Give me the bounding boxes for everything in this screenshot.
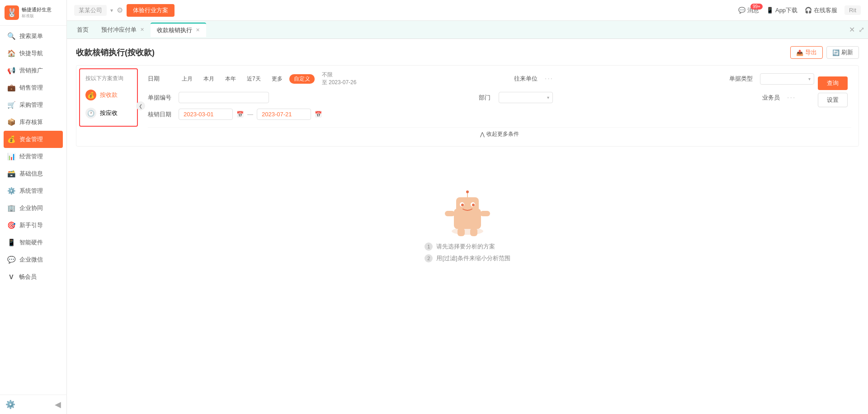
settings-icon[interactable]: ⚙ — [117, 6, 123, 14]
filter-row-1: 日期 上月 本月 本年 近7天 更多 自定义 — [148, 71, 851, 125]
business-icon: 📊 — [7, 152, 16, 161]
filter-option-by-receivable[interactable]: 🕐 按应收 — [80, 104, 137, 122]
system-icon: ⚙️ — [7, 187, 16, 195]
settings-button[interactable]: 设置 — [818, 93, 848, 107]
tab-collection[interactable]: 收款核销执行 ✕ — [151, 23, 206, 37]
tabs-actions: ✕ ⤢ — [849, 25, 864, 34]
marketing-icon: 📢 — [7, 67, 16, 75]
guide-icon: 🎯 — [7, 221, 16, 229]
headset-icon: 🎧 — [805, 7, 812, 14]
topbar: 某某公司 ▾ ⚙ 体验行业方案 💬 消息 99+ 📱 App下载 🎧 在线客服 … — [67, 0, 868, 21]
sidebar-item-inventory[interactable]: 📦 库存核算 — [0, 114, 66, 131]
tab-home[interactable]: 首页 — [71, 23, 95, 37]
filter-option-by-collection[interactable]: 💰 按收款 — [80, 86, 137, 104]
sidebar-item-marketing[interactable]: 📢 营销推广 — [0, 62, 66, 79]
date-btn-custom[interactable]: 自定义 — [289, 74, 315, 84]
sidebar-item-sales[interactable]: 💼 销售管理 — [0, 79, 66, 96]
sidebar-item-enterprise[interactable]: 🏢 企业协同 — [0, 200, 66, 217]
app-download-button[interactable]: 📱 App下载 — [766, 6, 797, 14]
online-service-button[interactable]: 🎧 在线客服 — [805, 6, 837, 14]
user-name: Rit — [844, 5, 861, 15]
logo-badge: 标准版 — [22, 13, 52, 19]
date-to-hint: 至 2023-07-26 — [322, 79, 357, 86]
logo-name: 畅捷通好生意 — [22, 6, 52, 13]
solution-button[interactable]: 体验行业方案 — [127, 4, 175, 17]
filter-sidebar-title: 按以下方案查询 — [80, 73, 137, 86]
calendar-end-icon[interactable]: 📅 — [315, 111, 322, 118]
export-button[interactable]: 📤 导出 — [790, 46, 823, 59]
sidebar-item-purchase[interactable]: 🛒 采购管理 — [0, 96, 66, 114]
sidebar-menu: 🔍 搜索菜单 🏠 快捷导航 📢 营销推广 💼 销售管理 🛒 采购管理 📦 库存核… — [0, 26, 66, 395]
filter-collapse-icon[interactable]: ❮ — [136, 101, 145, 110]
query-button[interactable]: 查询 — [818, 76, 848, 90]
voucher-type-select[interactable] — [760, 73, 814, 85]
dropdown-arrow-icon[interactable]: ▾ — [110, 7, 113, 14]
voucher-type-select-wrapper: ▾ — [760, 73, 814, 85]
date-buttons: 上月 本月 本年 近7天 更多 自定义 — [178, 73, 315, 85]
sales-icon: 💼 — [7, 84, 16, 92]
counterparty-input[interactable]: ··· — [545, 75, 572, 83]
voucher-no-input[interactable] — [179, 92, 269, 103]
sidebar: 🐰 畅捷通好生意 标准版 🔍 搜索菜单 🏠 快捷导航 📢 营销推广 💼 销售管理… — [0, 0, 67, 414]
department-select[interactable] — [499, 92, 553, 103]
writeoff-date-range: 📅 — 📅 — [179, 109, 322, 120]
empty-tips: 1 请先选择要分析的方案 2 用[过滤]条件来缩小分析范围 — [425, 243, 510, 262]
refresh-icon: 🔄 — [832, 49, 840, 56]
filter-sidebar-wrapper: 按以下方案查询 💰 按收款 🕐 按应收 ❮ — [76, 66, 141, 146]
sidebar-item-business[interactable]: 📊 经营管理 — [0, 148, 66, 165]
wechat-icon: 💬 — [7, 256, 16, 264]
calendar-start-icon[interactable]: 📅 — [236, 111, 244, 118]
writeoff-end-input[interactable] — [257, 109, 311, 120]
sidebar-item-member[interactable]: V 畅会员 — [0, 268, 66, 286]
date-btn-last-month[interactable]: 上月 — [178, 73, 197, 85]
close-tab-prepay-icon[interactable]: ✕ — [140, 27, 144, 33]
main-area: 某某公司 ▾ ⚙ 体验行业方案 💬 消息 99+ 📱 App下载 🎧 在线客服 … — [67, 0, 868, 414]
settings-bottom-icon[interactable]: ⚙️ — [5, 400, 15, 409]
empty-tip-1: 1 请先选择要分析的方案 — [425, 243, 510, 251]
message-button[interactable]: 💬 消息 99+ — [738, 6, 759, 14]
sidebar-item-finance[interactable]: 💰 资金管理 — [4, 131, 63, 148]
date-btn-more[interactable]: 更多 — [268, 73, 287, 85]
filter-row-2: 单据编号 部门 ▾ — [148, 92, 814, 103]
close-tab-collection-icon[interactable]: ✕ — [196, 27, 200, 33]
page-header: 收款核销执行(按收款) 📤 导出 🔄 刷新 — [76, 46, 859, 59]
salesperson-label: 业务员 — [762, 94, 780, 102]
sidebar-item-wechat[interactable]: 💬 企业微信 — [0, 251, 66, 268]
date-label: 日期 — [148, 75, 170, 83]
sidebar-item-quick-nav[interactable]: 🏠 快捷导航 — [0, 45, 66, 62]
sidebar-item-system[interactable]: ⚙️ 系统管理 — [0, 182, 66, 200]
expand-tabs-icon[interactable]: ⤢ — [859, 25, 864, 34]
writeoff-date-label: 核销日期 — [148, 110, 171, 119]
close-all-tabs-icon[interactable]: ✕ — [849, 25, 855, 34]
tab-prepay[interactable]: 预付冲应付单 ✕ — [95, 23, 151, 37]
export-icon: 📤 — [796, 49, 803, 56]
sidebar-item-search[interactable]: 🔍 搜索菜单 — [0, 28, 66, 45]
sidebar-item-guide[interactable]: 🎯 新手引导 — [0, 217, 66, 234]
collapse-sidebar-icon[interactable]: ◀ — [55, 400, 61, 409]
sidebar-item-hardware[interactable]: 📱 智能硬件 — [0, 234, 66, 251]
search-menu-icon: 🔍 — [7, 32, 16, 40]
sidebar-item-basic[interactable]: 🗃️ 基础信息 — [0, 165, 66, 182]
collection-option-icon: 💰 — [85, 90, 96, 100]
content-area: 收款核销执行(按收款) 📤 导出 🔄 刷新 按以下 — [67, 39, 868, 414]
counterparty-label: 往来单位 — [514, 75, 538, 83]
salesperson-input[interactable]: ··· — [787, 94, 814, 102]
company-name: 某某公司 — [74, 5, 107, 16]
date-btn-this-month[interactable]: 本月 — [199, 73, 218, 85]
voucher-type-label: 单据类型 — [729, 75, 753, 83]
purchase-icon: 🛒 — [7, 101, 16, 109]
date-filter-row: 日期 上月 本月 本年 近7天 更多 自定义 — [148, 71, 814, 86]
collapse-more-button[interactable]: ⋀ 收起更多条件 — [148, 127, 851, 141]
message-badge: 99+ — [750, 4, 763, 10]
member-icon: V — [7, 273, 15, 281]
empty-illustration — [440, 188, 495, 243]
filter-panel: 按以下方案查询 💰 按收款 🕐 按应收 ❮ — [76, 65, 859, 147]
receivable-option-icon: 🕐 — [85, 108, 96, 119]
enterprise-icon: 🏢 — [7, 204, 16, 212]
date-btn-this-year[interactable]: 本年 — [221, 73, 240, 85]
hardware-icon: 📱 — [7, 238, 16, 247]
writeoff-start-input[interactable] — [179, 109, 233, 120]
department-label: 部门 — [479, 94, 491, 102]
refresh-button[interactable]: 🔄 刷新 — [826, 46, 859, 59]
date-btn-7days[interactable]: 近7天 — [243, 73, 265, 85]
